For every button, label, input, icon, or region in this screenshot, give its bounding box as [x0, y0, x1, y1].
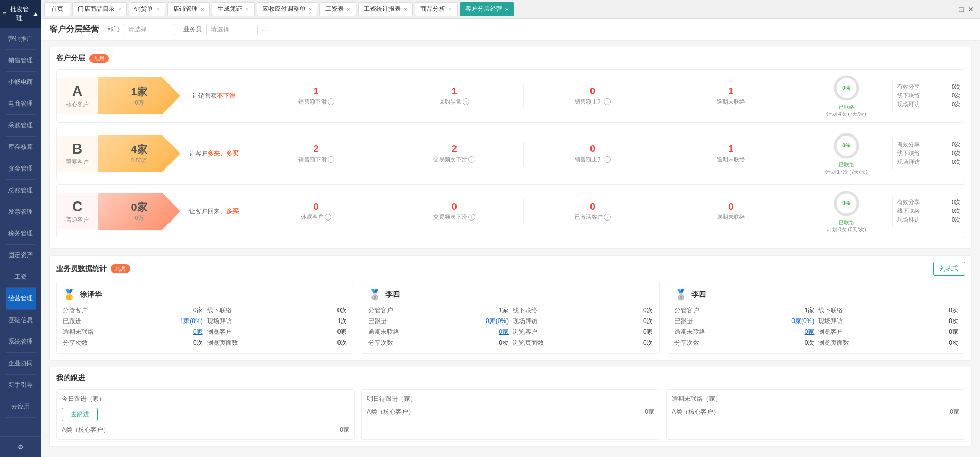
right-stat-row: 现场拜访0次: [897, 216, 960, 224]
info-icon[interactable]: i: [604, 98, 611, 105]
more-filters[interactable]: ...: [262, 26, 270, 33]
tab-门店商品目录[interactable]: 门店商品目录×: [72, 2, 127, 16]
sidebar-item-税务管理[interactable]: 税务管理: [6, 223, 36, 245]
sales-stat-5: 浏览客户 0家: [207, 328, 347, 336]
info-icon[interactable]: i: [468, 156, 475, 163]
sidebar-item-系统管理[interactable]: 系统管理: [6, 331, 36, 353]
tab-工资表[interactable]: 工资表×: [319, 2, 356, 16]
tab-close-店铺管理[interactable]: ×: [201, 6, 204, 12]
sales-stat-val-2[interactable]: 0家(0%): [486, 317, 509, 326]
sales-stat-3: 现场拜访 0次: [818, 317, 958, 326]
tier-stat-0[interactable]: 2 销售额下滑 i: [247, 142, 385, 165]
sales-stat-label-5: 浏览客户: [207, 328, 232, 336]
tier-stat-1[interactable]: 1 回购异常 i: [385, 84, 523, 108]
staff-select[interactable]: 请选择: [206, 24, 258, 35]
sidebar-item-总账管理[interactable]: 总账管理: [6, 180, 36, 201]
tab-close-客户分层经营[interactable]: ×: [505, 6, 509, 12]
tab-工资统计报表[interactable]: 工资统计报表×: [358, 2, 413, 16]
sidebar-item-基础信息[interactable]: 基础信息: [6, 310, 36, 331]
sales-stats-grid-1: 分管客户 1家 线下联络 0次 已跟进 0家(0%) 现场拜访 0次 逾期未联络…: [368, 306, 652, 347]
tab-商品分析[interactable]: 商品分析×: [415, 2, 457, 16]
sales-stat-label-1: 线下联络: [207, 306, 232, 315]
sidebar-item-采购管理[interactable]: 采购管理: [6, 115, 36, 137]
sidebar-item-工资[interactable]: 工资: [6, 266, 36, 288]
tier-stat-3[interactable]: 0 逾期未联络: [662, 199, 800, 223]
sidebar-item-固定资产[interactable]: 固定资产: [6, 245, 36, 266]
tier-count-C: 0家 0万: [98, 193, 180, 230]
tier-stat-0[interactable]: 0 休眠客户 i: [247, 199, 385, 223]
sidebar-item-电商管理[interactable]: 电商管理: [6, 93, 36, 115]
sales-stat-1: 线下联络 0次: [207, 306, 347, 315]
maximize-button[interactable]: □: [959, 5, 964, 13]
tab-应收应付调整单[interactable]: 应收应付调整单×: [257, 2, 317, 16]
close-button[interactable]: ✕: [968, 5, 974, 13]
sidebar-item-小畅电商[interactable]: 小畅电商: [6, 72, 36, 93]
info-icon[interactable]: i: [468, 214, 475, 221]
tab-销货单[interactable]: 销货单×: [129, 2, 165, 16]
sales-stat-label-6: 分享次数: [63, 338, 88, 347]
right-stat-row: 现场拜访0次: [897, 158, 960, 166]
tier-stat-1[interactable]: 2 交易频次下滑 i: [385, 142, 523, 165]
tier-stat-3[interactable]: 1 逾期未联络: [662, 84, 800, 108]
sidebar-item-新手引导[interactable]: 新手引导: [6, 375, 36, 396]
sidebar-item-资金管理[interactable]: 资金管理: [6, 158, 36, 180]
right-stat-row: 线下联络0次: [897, 149, 960, 157]
tab-close-工资统计报表[interactable]: ×: [404, 6, 407, 12]
ring-label-C: 已联络: [839, 219, 854, 226]
sidebar-item-云应用[interactable]: 云应用: [6, 396, 36, 418]
followup-header: 我的跟进: [56, 374, 965, 383]
info-icon[interactable]: i: [463, 98, 469, 105]
sidebar-item-库存核算[interactable]: 库存核算: [6, 137, 36, 158]
tab-home[interactable]: 首页: [44, 2, 70, 16]
sidebar-item-企业协同[interactable]: 企业协同: [6, 353, 36, 375]
tier-stat-label-2: 已激活客户 i: [528, 213, 657, 221]
tab-客户分层经营[interactable]: 客户分层经营×: [460, 2, 514, 16]
tab-close-商品分析[interactable]: ×: [448, 6, 451, 12]
tier-stat-2[interactable]: 0 销售额上升 i: [524, 142, 662, 165]
sales-medal-0: 🥇: [63, 289, 76, 301]
content-area: 客户分层 九月 A核心客户 1家 0万 让销售额不下滑 1 销售额下滑 i 1 …: [41, 41, 980, 457]
sidebar-item-发票管理[interactable]: 发票管理: [6, 201, 36, 223]
list-view-button[interactable]: 列表式: [933, 262, 965, 276]
settings-button[interactable]: ⚙: [0, 436, 41, 457]
sales-stat-val-0: 1家: [499, 306, 509, 315]
tier-stat-num-1: 0: [390, 201, 519, 212]
sales-card-2: 🥈 李四 分管客户 1家 线下联络 0次 已跟进 0家(0%) 现场拜访 0次 …: [668, 282, 965, 354]
sidebar-header[interactable]: ≡ 批发管理 ▲: [0, 0, 41, 28]
sidebar-item-经营管理[interactable]: 经营管理: [6, 288, 36, 310]
tab-店铺管理[interactable]: 店铺管理×: [167, 2, 210, 16]
info-icon[interactable]: i: [325, 214, 331, 221]
tab-close-生成凭证[interactable]: ×: [245, 6, 248, 12]
tier-stat-2[interactable]: 0 已激活客户 i: [524, 199, 662, 223]
ring-container-B: 0%: [832, 131, 861, 160]
tier-stat-num-2: 0: [528, 86, 657, 97]
sales-stat-val-2[interactable]: 0家(0%): [791, 317, 814, 326]
dept-select[interactable]: 请选择: [124, 24, 175, 35]
sidebar-item-营销推广[interactable]: 营销推广: [6, 28, 36, 50]
tab-close-销货单[interactable]: ×: [156, 6, 159, 12]
tab-close-应收应付调整单[interactable]: ×: [309, 6, 312, 12]
sales-stat-val-4[interactable]: 0家: [193, 328, 203, 336]
tier-stat-1[interactable]: 0 交易频次下滑 i: [385, 199, 523, 223]
tier-stat-3[interactable]: 1 逾期未联络: [662, 142, 800, 165]
tab-生成凭证[interactable]: 生成凭证×: [212, 2, 254, 16]
sales-stat-val-2[interactable]: 1家(0%): [180, 317, 203, 326]
sidebar-item-销售管理[interactable]: 销售管理: [6, 50, 36, 72]
tier-stat-0[interactable]: 1 销售额下滑 i: [247, 84, 385, 108]
info-icon[interactable]: i: [604, 214, 611, 221]
followup-bottom-row-2: A类（核心客户） 0家: [672, 408, 959, 416]
tier-count-sub-A: 0万: [131, 99, 147, 107]
sales-stat-val-4[interactable]: 0家: [499, 328, 509, 336]
sales-stat-label-2: 已跟进: [674, 317, 693, 326]
info-icon[interactable]: i: [328, 98, 334, 105]
tab-close-门店商品目录[interactable]: ×: [118, 6, 121, 12]
followup-col-2: 逾期未联络（家） A类（核心客户） 0家: [666, 389, 965, 440]
follow-btn[interactable]: 去跟进: [62, 408, 98, 421]
minimize-button[interactable]: —: [948, 5, 955, 13]
info-icon[interactable]: i: [328, 156, 334, 163]
tier-count-num-A: 1家: [131, 85, 147, 99]
sales-stat-val-4[interactable]: 0家: [805, 328, 815, 336]
tier-stat-2[interactable]: 0 销售额上升 i: [524, 84, 662, 108]
tab-close-工资表[interactable]: ×: [347, 6, 350, 12]
info-icon[interactable]: i: [604, 156, 611, 163]
